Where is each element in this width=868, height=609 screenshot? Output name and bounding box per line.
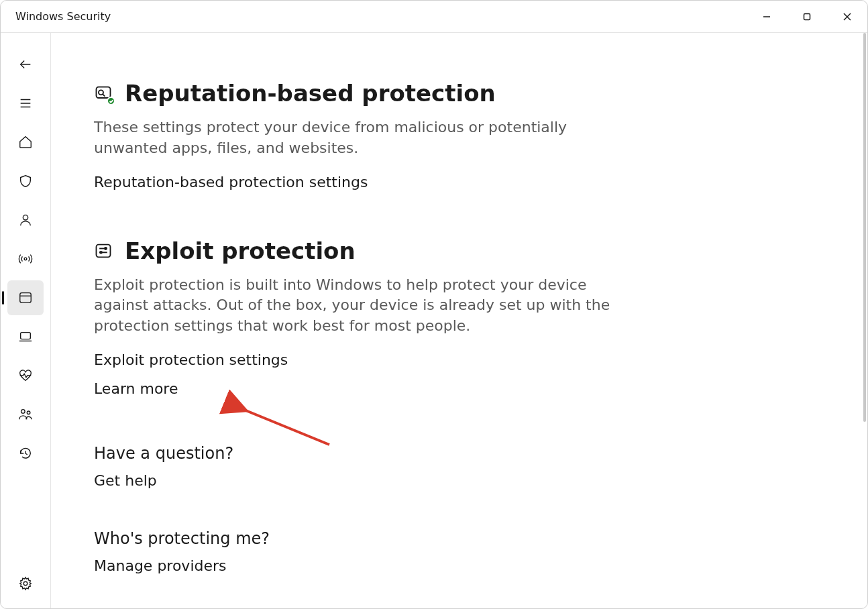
nav-protection-history[interactable] [7, 436, 44, 471]
antenna-icon [18, 252, 33, 266]
svg-rect-1 [804, 13, 810, 19]
nav-device-security[interactable] [7, 319, 44, 354]
exploit-icon [94, 241, 113, 260]
nav-settings[interactable] [7, 566, 44, 601]
reputation-settings-link[interactable]: Reputation-based protection settings [94, 174, 625, 190]
gear-icon [18, 576, 33, 591]
get-help-link[interactable]: Get help [94, 472, 625, 489]
nav-device-performance[interactable] [7, 358, 44, 393]
svg-rect-12 [21, 333, 31, 339]
section-help: Have a question? Get help [94, 444, 625, 489]
content-area: Reputation-based protection These settin… [50, 33, 867, 608]
maximize-icon [802, 12, 812, 21]
sidebar [1, 33, 50, 608]
nav-account-protection[interactable] [7, 203, 44, 237]
manage-providers-link[interactable]: Manage providers [94, 557, 625, 574]
svg-line-19 [103, 94, 105, 97]
reputation-description: These settings protect your device from … [94, 117, 625, 159]
svg-rect-20 [97, 244, 111, 257]
nav-back[interactable] [7, 47, 44, 82]
nav-home[interactable] [7, 125, 44, 160]
scrollbar[interactable] [863, 33, 866, 422]
exploit-settings-link[interactable]: Exploit protection settings [94, 351, 625, 368]
exploit-title: Exploit protection [125, 237, 356, 264]
menu-icon [18, 96, 33, 111]
minimize-button[interactable] [747, 1, 787, 32]
app-window-icon [18, 290, 33, 305]
titlebar: Windows Security [1, 1, 867, 33]
family-icon [18, 407, 33, 422]
section-providers: Who's protecting me? Manage providers [94, 529, 625, 574]
svg-point-14 [21, 410, 25, 414]
section-reputation-protection: Reputation-based protection These settin… [94, 80, 625, 190]
section-exploit-protection: Exploit protection Exploit protection is… [94, 237, 625, 397]
svg-point-8 [23, 215, 28, 220]
window-controls [747, 1, 867, 32]
providers-heading: Who's protecting me? [94, 529, 625, 548]
back-icon [18, 57, 33, 72]
home-icon [18, 135, 33, 150]
window-title: Windows Security [15, 10, 111, 23]
minimize-icon [762, 12, 771, 21]
svg-rect-10 [20, 293, 32, 303]
status-ok-badge [107, 97, 115, 105]
svg-point-9 [24, 258, 27, 260]
nav-app-browser-control[interactable] [7, 280, 44, 315]
svg-point-22 [105, 247, 107, 250]
reputation-icon [94, 84, 113, 103]
nav-menu[interactable] [7, 86, 44, 121]
reputation-title: Reputation-based protection [125, 80, 496, 107]
exploit-learn-more-link[interactable]: Learn more [94, 380, 625, 397]
nav-virus-protection[interactable] [7, 164, 44, 199]
svg-point-24 [100, 251, 102, 253]
svg-point-16 [23, 582, 28, 586]
laptop-icon [18, 329, 33, 344]
person-icon [18, 213, 33, 227]
close-button[interactable] [827, 1, 867, 32]
maximize-button[interactable] [787, 1, 827, 32]
help-heading: Have a question? [94, 444, 625, 463]
shield-icon [18, 174, 33, 188]
exploit-description: Exploit protection is built into Windows… [94, 275, 625, 337]
close-icon [843, 12, 852, 21]
svg-point-15 [27, 411, 30, 414]
nav-family-options[interactable] [7, 397, 44, 432]
history-icon [18, 446, 33, 461]
nav-firewall[interactable] [7, 241, 44, 276]
heart-icon [18, 368, 33, 383]
